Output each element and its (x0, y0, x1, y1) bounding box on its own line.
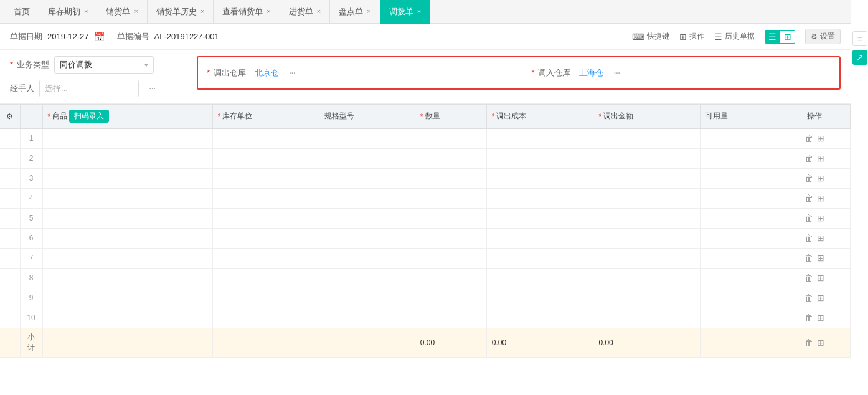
row-delete-icon[interactable]: 🗑 (804, 133, 813, 143)
tab-purchase-order-close[interactable]: × (317, 8, 321, 15)
row-copy-icon[interactable]: ⊞ (817, 153, 824, 163)
tab-transfer-close[interactable]: × (417, 8, 421, 15)
tab-inventory[interactable]: 盘点单 × (330, 0, 380, 24)
business-type-value: 同价调拨 (60, 59, 92, 70)
number-value: AL-20191227-001 (154, 32, 219, 41)
row-op-cell: 🗑 ⊞ (778, 168, 851, 188)
row-copy-icon[interactable]: ⊞ (817, 273, 824, 283)
tab-view-sales-close[interactable]: × (267, 8, 270, 15)
transfer-out-more-icon[interactable]: ··· (289, 67, 295, 79)
row-spec-cell (319, 228, 415, 248)
chevron-down-icon: ▾ (144, 61, 148, 69)
row-copy-icon[interactable]: ⊞ (817, 313, 824, 323)
layout-grid-button[interactable]: ⊞ (781, 31, 795, 43)
row-quantity-cell (415, 208, 486, 228)
tab-purchase-order[interactable]: 进货单 × (280, 0, 330, 24)
row-product-cell[interactable] (42, 208, 212, 228)
subtotal-spec-cell (319, 328, 415, 357)
row-product-cell[interactable] (42, 188, 212, 208)
row-num-cell: 8 (20, 268, 42, 288)
tab-sales-history[interactable]: 销货单历史 × (148, 0, 214, 24)
row-copy-icon[interactable]: ⊞ (817, 213, 824, 223)
row-amount-cell (593, 248, 701, 268)
number-label: 单据编号 (117, 31, 149, 42)
business-type-label: * 业务类型 (10, 59, 49, 70)
row-cost-cell (486, 208, 593, 228)
tab-sales-history-label: 销货单历史 (156, 6, 197, 17)
row-delete-icon[interactable]: 🗑 (804, 173, 813, 183)
tab-initial-stock[interactable]: 库存期初 × (39, 0, 97, 24)
form-left: * 业务类型 同价调拨 ▾ 经手人 选择... ··· (10, 56, 184, 97)
handler-select[interactable]: 选择... (39, 80, 139, 97)
transfer-out-label: * 调出仓库 (207, 67, 246, 79)
row-product-cell[interactable] (42, 308, 212, 328)
row-product-cell[interactable] (42, 148, 212, 168)
tab-view-sales[interactable]: 查看销货单 × (214, 0, 280, 24)
row-copy-icon[interactable]: ⊞ (817, 293, 824, 303)
row-settings-cell (0, 168, 20, 188)
tab-sales-order[interactable]: 销货单 × (97, 0, 147, 24)
col-available: 可用量 (701, 105, 778, 128)
right-sidebar: ≡ ↗ (851, 0, 868, 395)
row-copy-icon[interactable]: ⊞ (817, 173, 824, 183)
row-product-cell[interactable] (42, 228, 212, 248)
row-delete-icon[interactable]: 🗑 (804, 193, 813, 203)
row-copy-icon[interactable]: ⊞ (817, 253, 824, 263)
row-delete-icon[interactable]: 🗑 (804, 293, 813, 303)
row-unit-cell (212, 168, 319, 188)
row-delete-icon[interactable]: 🗑 (804, 153, 813, 163)
col-operation: 操作 (778, 105, 851, 128)
shortcuts-button[interactable]: ⌨ 快捷键 (632, 31, 669, 42)
col-spec: 规格型号 (319, 105, 415, 128)
actions-button[interactable]: ⊞ 操作 (679, 31, 704, 42)
row-copy-icon[interactable]: ⊞ (817, 233, 824, 243)
actions-label: 操作 (689, 31, 704, 42)
transfer-in-more-icon[interactable]: ··· (613, 67, 620, 79)
transfer-in-label: * 调入仓库 (532, 67, 571, 79)
tab-inventory-close[interactable]: × (367, 8, 370, 15)
handler-more-icon[interactable]: ··· (149, 83, 155, 94)
table-container: ⚙ * 商品 扫码录入 * 库存单位 (0, 104, 851, 395)
row-available-cell (701, 268, 778, 288)
tab-sales-order-label: 销货单 (106, 6, 130, 17)
row-delete-icon[interactable]: 🗑 (804, 233, 813, 243)
tab-home[interactable]: 首页 (5, 0, 39, 24)
row-settings-cell (0, 308, 20, 328)
tab-transfer[interactable]: 调拨单 × (380, 0, 430, 24)
row-delete-icon[interactable]: 🗑 (804, 273, 813, 283)
col-amount: * 调出金额 (593, 105, 701, 128)
tab-sales-history-close[interactable]: × (200, 8, 204, 15)
sidebar-export-button[interactable]: ↗ (852, 50, 867, 65)
row-delete-icon[interactable]: 🗑 (804, 213, 813, 223)
row-available-cell (701, 208, 778, 228)
handler-field: 经手人 选择... ··· (10, 80, 184, 97)
tab-sales-order-close[interactable]: × (134, 8, 138, 15)
layout-list-button[interactable]: ☰ (765, 31, 780, 43)
settings-button[interactable]: ⚙ 设置 (805, 29, 841, 44)
row-spec-cell (319, 288, 415, 308)
row-num-cell: 1 (20, 128, 42, 148)
sidebar-list-button[interactable]: ≡ (852, 31, 867, 46)
calendar-icon[interactable]: 📅 (94, 32, 105, 42)
row-copy-icon[interactable]: ⊞ (817, 133, 824, 143)
row-delete-icon[interactable]: 🗑 (804, 313, 813, 323)
tab-initial-stock-close[interactable]: × (84, 8, 88, 15)
col-settings[interactable]: ⚙ (0, 105, 20, 128)
row-amount-cell (593, 228, 701, 248)
row-amount-cell (593, 168, 701, 188)
row-product-cell[interactable] (42, 288, 212, 308)
row-delete-icon[interactable]: 🗑 (804, 253, 813, 263)
scan-button[interactable]: 扫码录入 (69, 110, 109, 123)
row-settings-cell (0, 228, 20, 248)
row-product-cell[interactable] (42, 168, 212, 188)
row-product-cell[interactable] (42, 268, 212, 288)
row-copy-icon[interactable]: ⊞ (817, 193, 824, 203)
business-type-select[interactable]: 同价调拨 ▾ (54, 56, 154, 74)
row-settings-cell (0, 288, 20, 308)
row-product-cell[interactable] (42, 128, 212, 148)
subtotal-copy-icon[interactable]: ⊞ (817, 338, 824, 348)
history-button[interactable]: ☰ 历史单据 (714, 31, 755, 42)
row-product-cell[interactable] (42, 248, 212, 268)
subtotal-delete-icon[interactable]: 🗑 (804, 338, 813, 348)
row-num-cell: 3 (20, 168, 42, 188)
